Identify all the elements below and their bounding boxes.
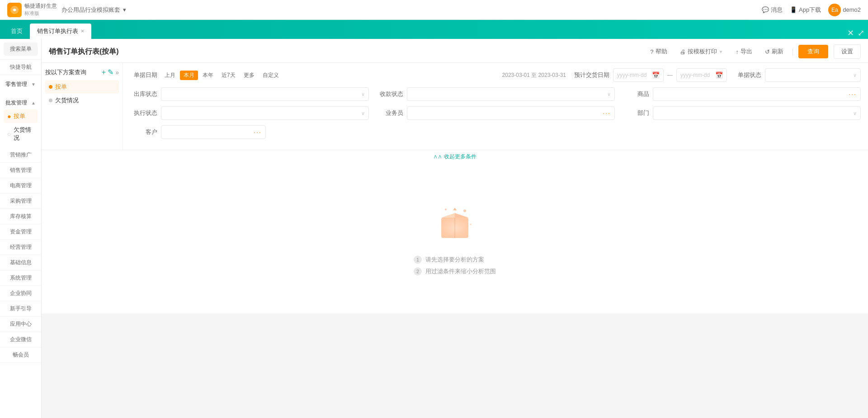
sidebar-item-base[interactable]: 基础信息 — [0, 255, 41, 271]
estimated-to-input[interactable]: yyyy-mm-dd 📅 — [676, 68, 727, 82]
scheme-panel-header: 按以下方案查询 + ✎ » — [45, 68, 119, 76]
scheme-item-按单[interactable]: 按单 — [45, 80, 119, 94]
sidebar-section-wholesale-header[interactable]: 批发管理 ▲ — [4, 96, 38, 109]
logo-area: 畅捷通好生意 标准版 — [7, 3, 57, 17]
tab-active[interactable]: 销售订单执行表 × — [30, 24, 91, 39]
filter-row-2: 出库状态 ∨ 收款状态 ∨ — [130, 87, 861, 101]
query-btn[interactable]: 查询 — [798, 45, 828, 58]
field-customer: 客户 ··· — [130, 125, 266, 139]
sidebar-item-member[interactable]: 畅会员 — [0, 347, 41, 363]
scheme-panel: 按以下方案查询 + ✎ » 按单 欠货情况 — [42, 63, 123, 150]
sidebar-item-finance[interactable]: 资金管理 — [0, 224, 41, 240]
sidebar-item-purchase[interactable]: 采购管理 — [0, 194, 41, 209]
message-btn[interactable]: 💬 消息 — [762, 6, 783, 14]
sidebar-item-inventory[interactable]: 库存核算 — [0, 209, 41, 224]
scheme-add-btn[interactable]: + — [102, 69, 106, 76]
help-icon: ? — [650, 48, 653, 55]
sidebar-item-marketing[interactable]: 营销推广 — [0, 147, 41, 163]
app-download-btn[interactable]: 📱 App下载 — [790, 6, 821, 14]
date-tab-7days[interactable]: 近7天 — [218, 71, 239, 80]
date-tab-this-year[interactable]: 本年 — [199, 71, 217, 80]
sidebar-item-apps[interactable]: 应用中心 — [0, 317, 41, 332]
sidebar-item-system[interactable]: 系统管理 — [0, 271, 41, 286]
scheme-collapse-btn[interactable]: » — [115, 69, 119, 76]
sidebar-search-area: 搜索菜单 — [0, 39, 41, 60]
sidebar-sub-item-按单[interactable]: ● 按单 — [4, 109, 38, 123]
filter-row-1: 单据日期 上月 本月 本年 近7天 更多 自定义 — [130, 68, 861, 82]
collection-status-label: 收款状态 — [376, 90, 403, 98]
sidebar-item-wechat[interactable]: 企业微信 — [0, 332, 41, 347]
scheme-item-欠货情况[interactable]: 欠货情况 — [45, 94, 119, 107]
collapse-more-btn[interactable]: ∧∧ 收起更多条件 — [42, 150, 868, 163]
tab-active-label: 销售订单执行表 — [37, 27, 78, 35]
date-label: 单据日期 — [130, 71, 157, 79]
date-tab-more[interactable]: 更多 — [240, 71, 258, 80]
doc-status-chevron-icon: ∨ — [853, 72, 857, 78]
sidebar-section-wholesale: 批发管理 ▲ ● 按单 ○ 欠货情况 — [0, 94, 41, 147]
export-label: 导出 — [741, 48, 752, 56]
avatar-text: Ea — [831, 7, 838, 13]
goods-select[interactable]: ··· — [653, 87, 861, 101]
goods-label: 商品 — [622, 90, 649, 98]
date-tab-this-month[interactable]: 本月 — [180, 71, 198, 80]
window-max-btn[interactable]: ⤢ — [858, 29, 864, 37]
department-chevron-icon: ∨ — [853, 110, 857, 116]
sidebar-sub-item-欠货情况[interactable]: ○ 欠货情况 — [4, 123, 38, 145]
salesperson-dots-icon: ··· — [603, 109, 611, 117]
customer-select[interactable]: ··· — [161, 125, 266, 139]
svg-point-4 — [445, 209, 447, 210]
date-to-text: 2023-03-31 — [538, 72, 566, 78]
export-btn[interactable]: ↑ 导出 — [732, 46, 756, 57]
execution-status-select[interactable]: ∨ — [161, 106, 369, 120]
print-arrow-icon: ▼ — [719, 49, 723, 54]
estimated-from-input[interactable]: yyyy-mm-dd 📅 — [613, 68, 664, 82]
breadcrumb-arrow[interactable]: ▾ — [123, 6, 126, 13]
collection-status-select[interactable]: ∨ — [407, 87, 615, 101]
field-goods: 商品 ··· — [622, 87, 861, 101]
chevron-retail-icon: ▼ — [31, 82, 36, 87]
filter-section: 按以下方案查询 + ✎ » 按单 欠货情况 — [42, 63, 868, 150]
help-label: 帮助 — [656, 48, 667, 56]
sidebar-item-collab[interactable]: 企业协同 — [0, 286, 41, 301]
sidebar-section-retail-header[interactable]: 零售管理 ▼ — [4, 78, 38, 91]
salesperson-label: 业务员 — [376, 109, 403, 117]
scheme-edit-btn[interactable]: ✎ — [108, 69, 113, 76]
print-btn[interactable]: 🖨 按模板打印 ▼ — [676, 46, 727, 57]
field-execution-status: 执行状态 ∨ — [130, 106, 369, 120]
avatar: Ea — [828, 4, 841, 16]
chevron-wholesale-icon: ▲ — [31, 100, 36, 105]
tab-close-btn[interactable]: × — [81, 28, 84, 34]
user-area[interactable]: Ea demo2 — [828, 4, 861, 16]
tip1-num: 1 — [414, 256, 422, 264]
doc-status-select[interactable]: ∨ — [765, 68, 861, 82]
sidebar-item-ecommerce[interactable]: 电商管理 — [0, 178, 41, 194]
department-select[interactable]: ∨ — [653, 106, 861, 120]
field-collection-status: 收款状态 ∨ — [376, 87, 615, 101]
sidebar-item-quick-nav[interactable]: 快捷导航 — [0, 60, 41, 75]
search-menu-btn[interactable]: 搜索菜单 — [4, 43, 38, 56]
message-icon: 💬 — [762, 6, 769, 13]
salesperson-select[interactable]: ··· — [407, 106, 615, 120]
tip1-text: 请先选择要分析的方案 — [425, 254, 484, 266]
refresh-btn[interactable]: ↺ 刷新 — [761, 46, 787, 57]
filter-row-4: 客户 ··· — [130, 125, 861, 139]
delivery-chevron-icon: ∨ — [361, 91, 365, 97]
collapse-label: 收起更多条件 — [444, 153, 476, 160]
scheme-dot-inactive — [49, 99, 52, 102]
sidebar-item-sales[interactable]: 销售管理 — [0, 163, 41, 178]
tab-home[interactable]: 首页 — [4, 24, 30, 39]
sidebar-section-retail-label: 零售管理 — [5, 81, 27, 88]
sidebar-item-guide[interactable]: 新手引导 — [0, 301, 41, 317]
date-tab-last-month[interactable]: 上月 — [161, 71, 179, 80]
user-name: demo2 — [843, 6, 861, 13]
execution-status-label: 执行状态 — [130, 109, 157, 117]
help-btn[interactable]: ? 帮助 — [646, 46, 670, 57]
window-close-btn[interactable]: ✕ — [847, 29, 854, 37]
delivery-status-select[interactable]: ∨ — [161, 87, 369, 101]
sidebar-sub-item-欠货情况-label: 欠货情况 — [14, 126, 34, 142]
date-tab-custom[interactable]: 自定义 — [259, 71, 283, 80]
settings-btn[interactable]: 设置 — [834, 44, 861, 59]
svg-point-3 — [463, 209, 466, 212]
sidebar-item-operations[interactable]: 经营管理 — [0, 240, 41, 255]
date-to-sep: 至 — [531, 72, 538, 78]
